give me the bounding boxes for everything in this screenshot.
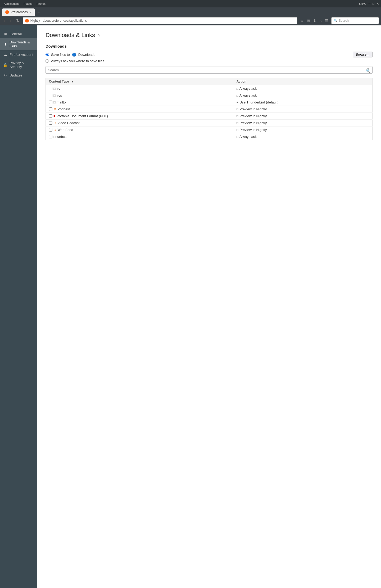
action-label: Preview in Nightly <box>239 121 267 125</box>
menu-applications[interactable]: Applications <box>2 2 21 6</box>
updates-icon: ↻ <box>3 73 7 77</box>
type-icon: □ <box>53 87 56 91</box>
tab-close-button[interactable]: × <box>29 10 31 14</box>
page-title: Downloads & Links <box>46 32 95 39</box>
browse-button[interactable]: Browse… <box>353 52 373 57</box>
temperature: 5.5°C <box>359 2 366 5</box>
section-downloads: Downloads <box>46 44 373 48</box>
sidebar-label-downloads: Downloads & Links <box>10 40 34 48</box>
table-header-row: Content Type ▼ Action <box>46 78 373 85</box>
window-minimize[interactable]: ─ <box>369 2 371 5</box>
row-checkbox[interactable] <box>49 121 52 125</box>
content-type-table: Content Type ▼ Action □irc□Always ask□ir… <box>46 78 373 140</box>
table-row: ⊕Video Podcast□Preview in Nightly <box>46 120 373 126</box>
row-checkbox[interactable] <box>49 135 52 138</box>
tab-preferences[interactable]: Preferences × <box>2 8 35 16</box>
sort-arrow-icon: ▼ <box>71 80 74 83</box>
reader-view-icon[interactable]: ⊞ <box>306 18 311 24</box>
reload-button[interactable]: ↻ <box>15 18 21 24</box>
row-checkbox[interactable] <box>49 87 52 90</box>
table-row: □ircs□Always ask <box>46 92 373 99</box>
content-type-cell: ⊕Video Podcast <box>46 120 233 126</box>
action-icon: ■ <box>237 100 238 104</box>
content-type-search-input[interactable] <box>46 66 373 74</box>
action-icon: □ <box>237 107 238 111</box>
radio-always-ask-row: Always ask you where to save files <box>46 59 373 63</box>
action-cell: □Preview in Nightly <box>233 126 373 133</box>
action-cell: □Always ask <box>233 92 373 99</box>
action-label: Preview in Nightly <box>239 114 267 118</box>
nav-bar: ‹ › ↻ Nightly about:preferences#applicat… <box>0 16 381 25</box>
action-label: Always ask <box>239 87 257 91</box>
type-icon: □ <box>53 135 56 139</box>
folder-icon: 🔵 <box>72 53 76 57</box>
sidebar-item-downloads[interactable]: ⬇ Downloads & Links <box>0 38 37 50</box>
radio-always-ask[interactable] <box>46 59 49 63</box>
type-icon: □ <box>53 93 56 97</box>
type-label: Video Podcast <box>57 121 80 125</box>
app-layout: ⊞ General ⬇ Downloads & Links ☁ Firefox … <box>0 25 381 588</box>
content-type-cell: □mailto <box>46 99 233 106</box>
menu-firefox[interactable]: Firefox <box>35 2 47 6</box>
back-button[interactable]: ‹ <box>2 18 7 24</box>
search-icon: 🔍 <box>334 19 338 22</box>
address-url: about:preferences#applications <box>43 19 87 22</box>
bookmark-star-icon[interactable]: ☆ <box>299 18 305 24</box>
folder-info: 🔵 Downloads <box>72 53 349 57</box>
page-title-row: Downloads & Links ? <box>46 32 373 39</box>
action-label: Always ask <box>239 135 257 139</box>
sidebar-item-updates[interactable]: ↻ Updates <box>0 71 37 79</box>
sidebar-item-firefox-account[interactable]: ☁ Firefox Account <box>0 50 37 59</box>
col-content-type[interactable]: Content Type ▼ <box>46 78 233 85</box>
site-favicon <box>25 19 29 22</box>
downloads-nav-icon: ⬇ <box>3 42 7 46</box>
tab-favicon <box>5 10 9 14</box>
menu-places[interactable]: Places <box>22 2 34 6</box>
action-icon: □ <box>237 121 238 125</box>
sidebar-item-general[interactable]: ⊞ General <box>0 30 37 38</box>
sidebar-label-privacy: Privacy & Security <box>10 61 34 69</box>
sidebar-item-privacy[interactable]: 🔒 Privacy & Security <box>0 59 37 71</box>
table-row: □irc□Always ask <box>46 85 373 92</box>
type-label: Podcast <box>57 107 70 111</box>
radio-always-ask-label: Always ask you where to save files <box>51 59 104 63</box>
search-bar[interactable]: 🔍 Search <box>331 17 379 24</box>
folder-name: Downloads <box>78 53 95 57</box>
type-label: Web Feed <box>57 128 73 132</box>
table-row: □mailto■Use Thunderbird (default) <box>46 99 373 106</box>
content-type-cell: ⊕Web Feed <box>46 126 233 133</box>
content-type-search-container: 🔍 <box>46 66 373 76</box>
downloads-icon[interactable]: ⬇ <box>312 18 318 24</box>
bookmarks-icon[interactable]: ☰ <box>324 18 330 24</box>
forward-button[interactable]: › <box>8 18 13 24</box>
content-type-cell: ⊕Podcast <box>46 106 233 113</box>
address-bar[interactable]: Nightly about:preferences#applications <box>23 17 297 24</box>
window-maximize[interactable]: □ <box>373 2 374 5</box>
window-close[interactable]: ✕ <box>377 2 379 6</box>
action-label: Preview in Nightly <box>239 107 267 111</box>
firefox-account-icon: ☁ <box>3 52 7 57</box>
table-row: ■Portable Document Format (PDF)□Preview … <box>46 113 373 120</box>
home-icon[interactable]: ⌂ <box>318 18 323 24</box>
action-icon: □ <box>237 93 238 97</box>
content-type-cell: ■Portable Document Format (PDF) <box>46 113 233 120</box>
content-type-cell: □webcal <box>46 133 233 140</box>
action-icon: □ <box>237 128 238 132</box>
row-checkbox[interactable] <box>49 128 52 132</box>
row-checkbox[interactable] <box>49 114 52 118</box>
radio-save-to[interactable] <box>46 53 49 56</box>
new-tab-button[interactable]: + <box>36 8 42 16</box>
type-label: mailto <box>57 100 66 104</box>
action-cell: □Preview in Nightly <box>233 120 373 126</box>
help-icon[interactable]: ? <box>98 33 100 37</box>
radio-save-label: Save files to <box>51 53 70 57</box>
row-checkbox[interactable] <box>49 107 52 111</box>
action-cell: □Always ask <box>233 85 373 92</box>
type-label: irc <box>57 87 60 91</box>
action-icon: □ <box>237 135 238 139</box>
content-type-cell: □ircs <box>46 92 233 99</box>
type-icon: ■ <box>53 114 56 118</box>
action-icon: □ <box>237 114 238 118</box>
row-checkbox[interactable] <box>49 94 52 97</box>
row-checkbox[interactable] <box>49 101 52 104</box>
